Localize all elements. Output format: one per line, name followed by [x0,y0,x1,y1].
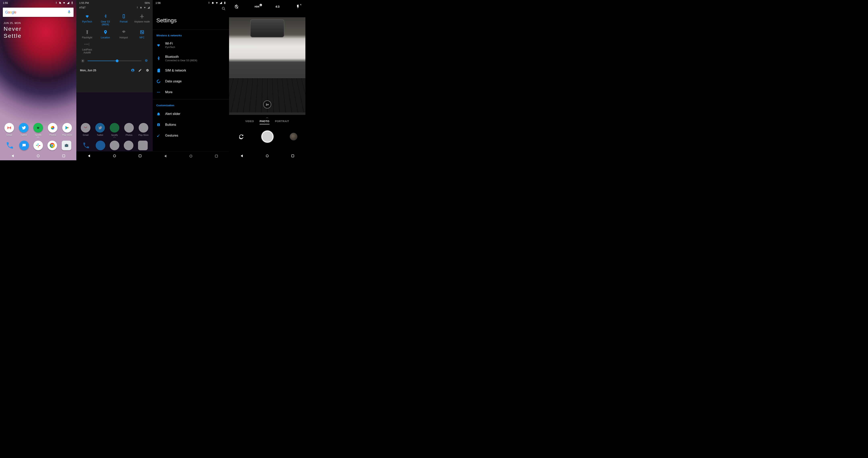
app-playstore[interactable]: Play Store [61,123,73,136]
dock-slack[interactable] [33,141,43,150]
gallery-thumbnail[interactable] [290,133,298,140]
flash-toggle[interactable]: A [294,4,302,9]
nav-back-icon[interactable] [163,154,167,158]
svg-rect-5 [38,145,40,146]
dnd-icon [211,1,214,4]
nav-recents-icon[interactable] [291,154,295,158]
app-row: Gmail Twitter Spotify Photos Play Store [0,123,76,136]
svg-rect-2 [38,143,38,145]
app-spotify[interactable]: Spotify [108,123,121,136]
svg-point-13 [37,155,39,157]
brightness-track[interactable] [88,61,142,61]
qs-wifi[interactable]: PymTech [78,13,96,27]
qs-flashlight[interactable]: Flashlight [78,29,96,40]
qs-airplane[interactable]: Airplane mode [133,13,151,27]
dock-messages[interactable] [19,141,29,150]
mode-portrait[interactable]: PORTRAIT [275,120,289,124]
qs-lastpass[interactable]: •••|LastPass Autofill [78,41,96,55]
qs-nfc[interactable]: NFC [133,29,151,40]
svg-rect-12 [66,144,67,144]
nav-recents-icon[interactable] [214,154,218,158]
dock-camera[interactable] [62,141,71,150]
shutter-button[interactable] [261,131,274,143]
mode-video[interactable]: VIDEO [245,120,254,124]
switch-camera-button[interactable] [237,133,245,141]
svg-rect-15 [123,14,125,18]
app-gmail[interactable]: Gmail [79,123,92,136]
zoom-badge[interactable]: 1× [263,100,271,108]
nav-home-icon[interactable] [113,154,117,158]
dock-chrome[interactable] [48,141,57,150]
dots-icon: •••| [84,42,90,46]
qs-rotation[interactable]: Portrait [115,13,133,27]
settings-screen: 1:56 Settings Wireless & networks Wi-FiP… [153,0,229,160]
app-playstore[interactable]: Play Store [137,123,150,136]
timer-icon[interactable] [232,4,241,9]
gear-icon[interactable] [146,68,149,72]
nav-back-icon[interactable] [87,154,91,158]
qs-hotspot[interactable]: Hotspot [115,29,133,40]
app-photos[interactable]: Photos [123,123,135,136]
row-more[interactable]: More [153,87,229,98]
camera-screen: AHDR 4:3 A 1× ︿ VIDEO PHOTO PORTRAIT [229,0,305,160]
nav-recents-icon[interactable] [62,154,66,158]
dock-phone[interactable] [5,141,15,150]
row-sim[interactable]: SIM & network [153,65,229,76]
user-icon[interactable] [131,68,135,72]
mode-photo[interactable]: PHOTO [259,120,270,124]
qs-date[interactable]: Mon, Jun 25 [80,69,127,72]
svg-text:B: B [158,124,159,126]
app-twitter[interactable]: Twitter [17,123,30,136]
camera-controls [229,131,305,143]
row-data-usage[interactable]: Data usage [153,76,229,87]
date-short: JUN 25, MON [4,22,73,25]
svg-point-8 [52,144,53,146]
row-bluetooth[interactable]: BluetoothConnected to Gear S3 (88D8) [153,52,229,65]
aspect-toggle[interactable]: 4:3 [273,5,282,8]
mic-icon[interactable] [67,10,71,15]
dock-phone[interactable] [82,141,91,150]
dock-chrome[interactable] [124,141,133,150]
brightness-auto-icon[interactable]: A [144,59,148,63]
dock-camera[interactable] [138,141,148,150]
search-icon[interactable] [221,6,226,11]
svg-point-22 [132,69,133,70]
battery-icon [223,1,226,4]
hdr-toggle[interactable]: AHDR [253,5,261,8]
svg-point-23 [113,155,116,157]
google-search-bar[interactable]: Google [3,8,73,17]
mode-expand-icon[interactable]: ︿ [266,116,269,119]
app-twitter[interactable]: Twitter [94,123,106,136]
app-spotify[interactable]: Spotify [32,123,44,136]
bluetooth-icon [55,1,58,4]
nav-home-icon[interactable] [265,154,269,158]
row-wifi[interactable]: Wi-FiPymTech [153,39,229,52]
row-alert-slider[interactable]: Alert slider [153,108,229,119]
app-photos[interactable]: Photos [46,123,59,136]
nav-back-icon[interactable] [240,154,244,158]
nav-bar [229,152,305,160]
app-gmail[interactable]: Gmail [3,123,16,136]
status-bar: 1:55 [0,0,76,6]
app-drawer-arrow-icon[interactable]: ︿ [113,135,116,139]
qs-bluetooth[interactable]: Gear S3 (88D8) [96,13,115,27]
svg-point-26 [157,80,160,83]
nav-home-icon[interactable] [36,154,40,158]
nav-bar [76,152,153,160]
dock-slack[interactable] [110,141,119,150]
status-icons [207,1,226,4]
row-buttons[interactable]: BButtons [153,119,229,130]
dock-messages[interactable] [96,141,105,150]
date-widget[interactable]: JUN 25, MON NeverSettle [4,22,73,39]
brightness-slider[interactable]: A [76,56,153,65]
qs-location[interactable]: Location [96,29,115,40]
nav-home-icon[interactable] [189,154,193,158]
svg-rect-34 [215,155,218,157]
edit-icon[interactable] [138,68,142,72]
nav-back-icon[interactable] [11,154,15,158]
svg-rect-14 [62,155,65,157]
row-gestures[interactable]: Gestures [153,130,229,141]
nav-recents-icon[interactable] [138,154,142,158]
carrier-row: AT&T [76,6,153,11]
app-drawer-arrow-icon[interactable]: ︿ [37,135,39,139]
